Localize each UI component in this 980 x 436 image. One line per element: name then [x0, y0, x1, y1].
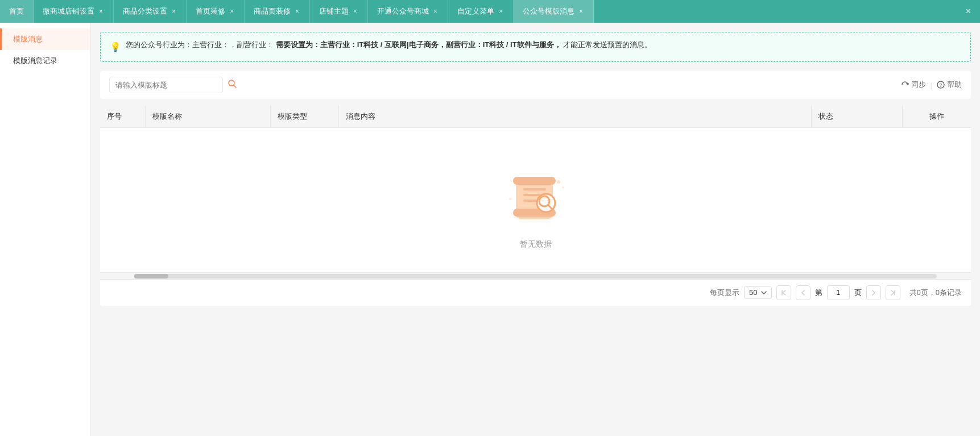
sync-icon [901, 81, 909, 89]
first-page-button[interactable] [776, 285, 791, 300]
content-area: 💡 您的公众号行业为：主营行业：，副营行业： 需要设置为：主营行业：IT科技 /… [91, 23, 980, 436]
svg-point-15 [562, 186, 564, 189]
page-total: 共0页，0条记录 [909, 288, 962, 298]
top-tab-bar: 首页 微商城店铺设置 × 商品分类设置 × 首页装修 × 商品页装修 × 店铺主… [0, 0, 980, 23]
tab-home[interactable]: 首页 [0, 0, 34, 23]
tab-template-msg[interactable]: 公众号模版消息 × [514, 0, 594, 23]
help-button[interactable]: ? 帮助 [937, 80, 962, 90]
scroll-thumb[interactable] [134, 274, 168, 279]
notice-text-after: 才能正常发送预置的消息。 [563, 40, 652, 49]
main-layout: 模版消息 模版消息记录 💡 您的公众号行业为：主营行业：，副营行业： 需要设置为… [0, 23, 980, 436]
per-page-value: 50 [749, 288, 757, 297]
prev-page-icon [801, 290, 805, 296]
sync-label: 同步 [911, 80, 926, 90]
tab-custom-menu[interactable]: 自定义菜单 × [448, 0, 514, 23]
page-label: 第 [815, 288, 822, 298]
svg-rect-8 [523, 188, 546, 190]
tab-open-mall-label: 开通公众号商城 [377, 6, 429, 16]
tab-category-settings-label: 商品分类设置 [123, 6, 167, 16]
tab-category-settings[interactable]: 商品分类设置 × [114, 0, 187, 23]
close-icon[interactable]: × [578, 7, 584, 15]
col-header-status-label: 状态 [818, 112, 833, 121]
next-page-button[interactable] [866, 285, 881, 300]
tab-shop-settings[interactable]: 微商城店铺设置 × [34, 0, 114, 23]
close-icon[interactable]: × [498, 7, 504, 15]
col-header-action-label: 操作 [929, 112, 944, 121]
tab-product-decor[interactable]: 商品页装修 × [245, 0, 310, 23]
sidebar-item-template-msg-record[interactable]: 模版消息记录 [0, 50, 90, 72]
col-header-name: 模版名称 [146, 106, 271, 127]
search-icon [228, 79, 237, 88]
tab-home-label: 首页 [9, 6, 24, 16]
chevron-down-icon [761, 291, 767, 294]
close-icon[interactable]: × [352, 7, 358, 15]
tab-open-mall[interactable]: 开通公众号商城 × [368, 0, 448, 23]
tab-custom-menu-label: 自定义菜单 [457, 6, 494, 16]
svg-point-14 [557, 180, 560, 184]
svg-text:?: ? [939, 82, 942, 88]
sidebar-item-template-msg[interactable]: 模版消息 [0, 28, 90, 50]
help-label: 帮助 [947, 80, 962, 90]
col-header-name-label: 模版名称 [152, 112, 182, 121]
notice-banner: 💡 您的公众号行业为：主营行业：，副营行业： 需要设置为：主营行业：IT科技 /… [100, 32, 971, 62]
first-page-icon [781, 290, 787, 296]
svg-rect-6 [513, 177, 556, 185]
close-icon[interactable]: × [294, 7, 300, 15]
sidebar-item-template-msg-record-label: 模版消息记录 [13, 56, 57, 65]
scroll-bar-area[interactable] [100, 272, 971, 279]
lightbulb-icon: 💡 [110, 40, 121, 55]
tab-home-decor[interactable]: 首页装修 × [187, 0, 245, 23]
tab-shop-settings-label: 微商城店铺设置 [43, 6, 94, 16]
page-unit: 页 [854, 288, 862, 298]
notice-text-before: 您的公众号行业为：主营行业：，副营行业： [126, 40, 274, 49]
search-bar: 同步 | ? 帮助 [100, 71, 971, 99]
help-icon: ? [937, 81, 945, 89]
close-icon[interactable]: × [171, 7, 177, 15]
close-all-button[interactable]: × [957, 6, 980, 16]
sidebar-item-template-msg-label: 模版消息 [13, 35, 43, 43]
tab-shop-theme-label: 店铺主题 [319, 6, 349, 16]
svg-line-1 [234, 85, 236, 88]
col-header-seq: 序号 [100, 106, 146, 127]
search-input[interactable] [109, 77, 223, 93]
col-header-seq-label: 序号 [107, 112, 122, 121]
pagination: 每页显示 50 第 [100, 279, 971, 306]
prev-page-button[interactable] [796, 285, 811, 300]
next-page-icon [871, 290, 876, 296]
notice-text: 您的公众号行业为：主营行业：，副营行业： 需要设置为：主营行业：IT科技 / 互… [126, 39, 652, 51]
col-header-content: 消息内容 [339, 106, 812, 127]
search-button[interactable] [228, 79, 237, 90]
last-page-button[interactable] [886, 285, 900, 300]
tab-template-msg-label: 公众号模版消息 [523, 6, 574, 16]
col-header-status: 状态 [812, 106, 903, 127]
divider: | [931, 81, 932, 89]
col-header-type-label: 模版类型 [278, 112, 307, 121]
close-icon[interactable]: × [432, 7, 439, 15]
notice-text-em: 需要设置为：主营行业：IT科技 / 互联网|电子商务，副营行业：IT科技 / I… [276, 40, 561, 49]
empty-illustration [502, 162, 570, 230]
col-header-action: 操作 [903, 106, 971, 127]
close-icon[interactable]: × [98, 7, 104, 15]
tab-shop-theme[interactable]: 店铺主题 × [310, 0, 368, 23]
table-container: 序号 模版名称 模版类型 消息内容 状态 操作 [100, 106, 971, 306]
search-right: 同步 | ? 帮助 [901, 80, 962, 90]
col-header-content-label: 消息内容 [346, 112, 375, 121]
empty-state: 暂无数据 [100, 128, 971, 272]
tab-product-decor-label: 商品页装修 [254, 6, 291, 16]
col-header-type: 模版类型 [271, 106, 339, 127]
page-input[interactable] [827, 285, 850, 300]
scroll-track[interactable] [134, 274, 937, 279]
sync-button[interactable]: 同步 [901, 80, 926, 90]
close-icon[interactable]: × [229, 7, 235, 15]
per-page-select[interactable]: 50 [744, 286, 771, 299]
last-page-icon [890, 290, 896, 296]
per-page-label: 每页显示 [710, 288, 739, 298]
empty-text: 暂无数据 [520, 239, 552, 250]
table-header: 序号 模版名称 模版类型 消息内容 状态 操作 [100, 106, 971, 128]
svg-point-16 [509, 198, 511, 200]
tab-home-decor-label: 首页装修 [196, 6, 225, 16]
svg-rect-9 [523, 194, 540, 196]
sidebar: 模版消息 模版消息记录 [0, 23, 91, 436]
search-left [109, 77, 237, 93]
